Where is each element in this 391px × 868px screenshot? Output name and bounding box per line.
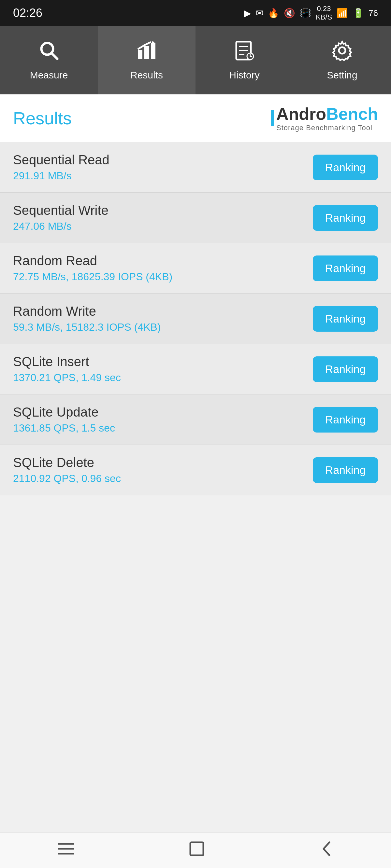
nav-tabs: Measure Results	[0, 26, 391, 94]
bottom-nav-home[interactable]	[176, 835, 218, 866]
benchmark-value-sqlite-insert: 1370.21 QPS, 1.49 sec	[13, 372, 121, 384]
brand-andro: Andro	[276, 104, 326, 123]
gmail-icon: ✉	[256, 8, 263, 19]
benchmark-name-random-read: Random Read	[13, 253, 172, 268]
tab-history[interactable]: History	[196, 26, 293, 94]
benchmark-info-sequential-read: Sequential Read 291.91 MB/s	[13, 153, 110, 182]
benchmark-row-sequential-read: Sequential Read 291.91 MB/s Ranking	[0, 142, 391, 193]
benchmark-name-sqlite-delete: SQLite Delete	[13, 455, 121, 470]
wifi-icon: 📶	[337, 8, 348, 19]
results-header: Results AndroBench Storage Benchmarking …	[0, 94, 391, 142]
status-time: 02:26	[13, 6, 43, 20]
tab-setting[interactable]: Setting	[293, 26, 391, 94]
benchmark-row-sqlite-insert: SQLite Insert 1370.21 QPS, 1.49 sec Rank…	[0, 344, 391, 395]
bottom-nav-back[interactable]	[307, 835, 346, 866]
tab-history-label: History	[229, 70, 259, 81]
ranking-btn-sqlite-insert[interactable]: Ranking	[313, 356, 378, 382]
ranking-btn-sqlite-delete[interactable]: Ranking	[313, 457, 378, 483]
benchmark-value-random-write: 59.3 MB/s, 15182.3 IOPS (4KB)	[13, 321, 161, 333]
svg-rect-2	[138, 50, 142, 59]
benchmark-row-sequential-write: Sequential Write 247.06 MB/s Ranking	[0, 193, 391, 243]
benchmark-name-sequential-read: Sequential Read	[13, 153, 110, 167]
tab-results-label: Results	[130, 70, 163, 81]
vibrate-icon: 📳	[300, 8, 311, 19]
ranking-btn-sequential-write[interactable]: Ranking	[313, 205, 378, 231]
tab-measure-label: Measure	[30, 70, 68, 81]
benchmark-list: Sequential Read 291.91 MB/s Ranking Sequ…	[0, 142, 391, 832]
battery-icon: 🔋	[353, 8, 364, 19]
measure-icon	[38, 40, 60, 66]
benchmark-name-random-write: Random Write	[13, 304, 161, 319]
battery-level: 76	[368, 8, 378, 18]
history-icon	[234, 40, 254, 66]
svg-rect-4	[151, 43, 156, 59]
benchmark-info-random-write: Random Write 59.3 MB/s, 15182.3 IOPS (4K…	[13, 304, 161, 333]
brand-logo: AndroBench Storage Benchmarking Tool	[271, 104, 378, 132]
fire-icon: 🔥	[268, 8, 279, 19]
results-title: Results	[13, 108, 72, 128]
benchmark-info-sequential-write: Sequential Write 247.06 MB/s	[13, 203, 109, 232]
benchmark-name-sqlite-update: SQLite Update	[13, 405, 115, 420]
svg-rect-3	[144, 46, 149, 59]
benchmark-name-sqlite-insert: SQLite Insert	[13, 354, 121, 369]
ranking-btn-random-write[interactable]: Ranking	[313, 306, 378, 332]
benchmark-value-random-read: 72.75 MB/s, 18625.39 IOPS (4KB)	[13, 271, 172, 283]
ranking-btn-sequential-read[interactable]: Ranking	[313, 155, 378, 180]
mute-icon: 🔇	[284, 8, 295, 19]
brand-subtitle: Storage Benchmarking Tool	[276, 124, 378, 132]
benchmark-info-sqlite-delete: SQLite Delete 2110.92 QPS, 0.96 sec	[13, 455, 121, 485]
setting-icon	[332, 40, 353, 66]
bottom-nav	[0, 832, 391, 868]
benchmark-row-sqlite-update: SQLite Update 1361.85 QPS, 1.5 sec Ranki…	[0, 395, 391, 445]
svg-line-1	[52, 53, 57, 59]
tab-results[interactable]: Results	[98, 26, 196, 94]
brand-name: AndroBench	[276, 104, 378, 124]
ranking-btn-sqlite-update[interactable]: Ranking	[313, 407, 378, 433]
benchmark-row-random-write: Random Write 59.3 MB/s, 15182.3 IOPS (4K…	[0, 293, 391, 344]
benchmark-row-sqlite-delete: SQLite Delete 2110.92 QPS, 0.96 sec Rank…	[0, 445, 391, 495]
tab-setting-label: Setting	[327, 70, 357, 81]
bottom-nav-menu[interactable]	[45, 836, 87, 865]
svg-point-13	[339, 47, 345, 54]
benchmark-name-sequential-write: Sequential Write	[13, 203, 109, 218]
main-content: Results AndroBench Storage Benchmarking …	[0, 94, 391, 832]
youtube-icon: ▶	[244, 8, 251, 19]
benchmark-info-sqlite-update: SQLite Update 1361.85 QPS, 1.5 sec	[13, 405, 115, 434]
content-spacer	[0, 495, 391, 832]
status-icons: ▶ ✉ 🔥 🔇 📳 0.23KB/S 📶 🔋 76	[244, 5, 378, 22]
benchmark-info-sqlite-insert: SQLite Insert 1370.21 QPS, 1.49 sec	[13, 354, 121, 384]
svg-rect-17	[190, 842, 203, 855]
benchmark-info-random-read: Random Read 72.75 MB/s, 18625.39 IOPS (4…	[13, 253, 172, 283]
ranking-btn-random-read[interactable]: Ranking	[313, 255, 378, 281]
benchmark-value-sequential-write: 247.06 MB/s	[13, 220, 109, 232]
benchmark-value-sqlite-delete: 2110.92 QPS, 0.96 sec	[13, 472, 121, 485]
brand-text: AndroBench Storage Benchmarking Tool	[276, 104, 378, 132]
benchmark-value-sequential-read: 291.91 MB/s	[13, 170, 110, 182]
results-icon	[136, 40, 157, 66]
tab-measure[interactable]: Measure	[0, 26, 98, 94]
benchmark-row-random-read: Random Read 72.75 MB/s, 18625.39 IOPS (4…	[0, 243, 391, 293]
status-bar: 02:26 ▶ ✉ 🔥 🔇 📳 0.23KB/S 📶 🔋 76	[0, 0, 391, 26]
network-speed: 0.23KB/S	[316, 5, 332, 22]
benchmark-value-sqlite-update: 1361.85 QPS, 1.5 sec	[13, 422, 115, 434]
brand-bar	[271, 110, 274, 126]
brand-bench: Bench	[326, 104, 378, 123]
